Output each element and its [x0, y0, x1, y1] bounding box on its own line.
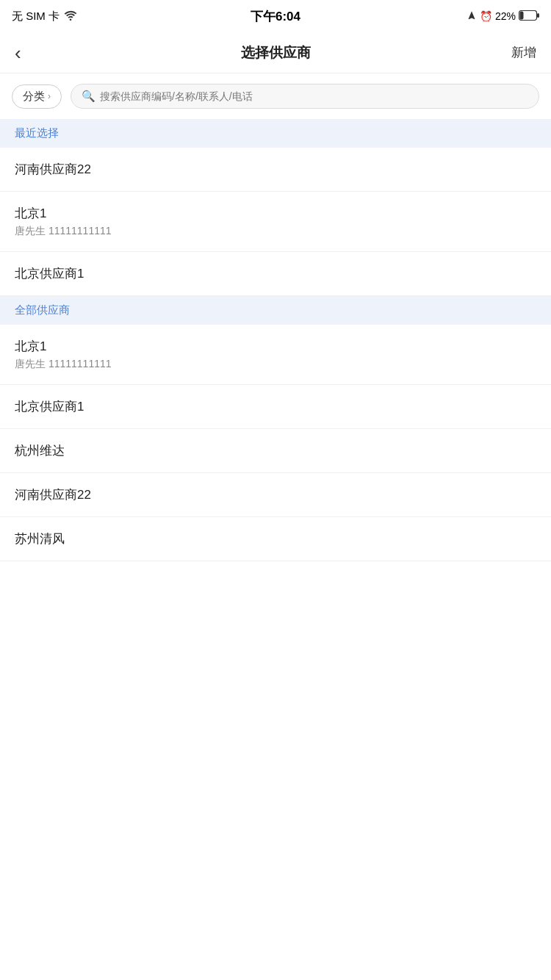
svg-rect-1 [537, 13, 539, 18]
category-filter-button[interactable]: 分类 › [12, 84, 62, 109]
status-bar: 无 SIM 卡 下午6:04 ⏰ 22% [0, 0, 551, 32]
no-sim-text: 无 SIM 卡 [12, 10, 60, 24]
list-item[interactable]: 苏州清风 [0, 517, 551, 561]
category-label: 分类 [23, 90, 45, 104]
search-icon: 🔍 [82, 90, 96, 103]
status-left: 无 SIM 卡 [12, 10, 77, 24]
list-item[interactable]: 北京供应商1 [0, 385, 551, 429]
status-time: 下午6:04 [251, 8, 300, 25]
page-title: 选择供应商 [241, 43, 311, 62]
alarm-icon: ⏰ [480, 10, 492, 22]
chevron-right-icon: › [48, 91, 51, 101]
item-name: 北京1 [15, 338, 536, 355]
item-name: 河南供应商22 [15, 161, 536, 178]
item-sub: 唐先生 11111111111 [15, 225, 536, 238]
wifi-icon [64, 10, 77, 23]
nav-bar: ‹ 选择供应商 新增 [0, 32, 551, 73]
all-items-list: 北京1唐先生 11111111111北京供应商1杭州维达河南供应商22苏州清风 [0, 325, 551, 561]
svg-rect-2 [520, 11, 524, 19]
search-input[interactable] [100, 90, 528, 102]
item-name: 河南供应商22 [15, 486, 536, 503]
item-name: 杭州维达 [15, 442, 536, 459]
list-item[interactable]: 河南供应商22 [0, 148, 551, 192]
filter-bar: 分类 › 🔍 [0, 73, 551, 119]
item-name: 北京1 [15, 205, 536, 222]
recent-items-list: 河南供应商22北京1唐先生 11111111111北京供应商1 [0, 148, 551, 296]
back-button[interactable]: ‹ [15, 43, 21, 62]
item-name: 苏州清风 [15, 530, 536, 547]
list-item[interactable]: 河南供应商22 [0, 473, 551, 517]
list-item[interactable]: 杭州维达 [0, 429, 551, 473]
location-icon [467, 10, 477, 23]
list-item[interactable]: 北京1唐先生 11111111111 [0, 192, 551, 252]
battery-icon [519, 10, 539, 23]
search-box: 🔍 [71, 84, 539, 109]
recent-section-header: 最近选择 [0, 119, 551, 148]
list-item[interactable]: 北京供应商1 [0, 252, 551, 296]
item-sub: 唐先生 11111111111 [15, 358, 536, 371]
item-name: 北京供应商1 [15, 265, 536, 282]
all-section-label: 全部供应商 [15, 303, 70, 316]
battery-text: 22% [495, 10, 516, 22]
all-section-header: 全部供应商 [0, 296, 551, 325]
recent-section-label: 最近选择 [15, 126, 59, 139]
status-right: ⏰ 22% [467, 10, 539, 23]
item-name: 北京供应商1 [15, 398, 536, 415]
add-button[interactable]: 新增 [511, 44, 536, 61]
list-item[interactable]: 北京1唐先生 11111111111 [0, 325, 551, 385]
